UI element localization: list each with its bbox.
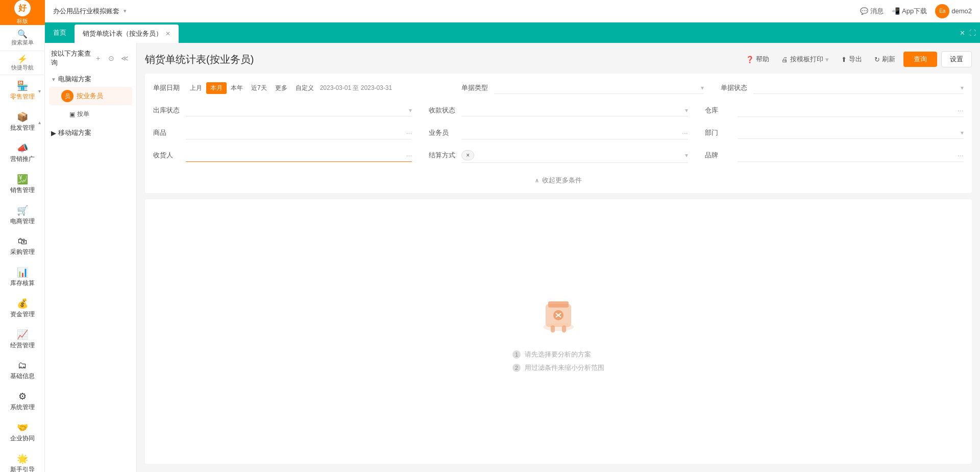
collapse-label: 收起更多条件 — [542, 176, 582, 185]
user-area[interactable]: Ea demo2 — [935, 4, 972, 18]
out-status-label: 出库状态 — [153, 106, 182, 115]
tab-sales-stats-label: 销货单统计表（按业务员） — [83, 29, 162, 38]
warehouse-input[interactable]: ··· — [738, 104, 964, 117]
sidebar-item-ecommerce[interactable]: 🛒 电商管理 — [0, 200, 45, 231]
receiver-text-input[interactable] — [186, 151, 406, 159]
sidebar-quicknav[interactable]: ⚡ 快捷导航 — [0, 51, 45, 75]
date-btn-thismonth[interactable]: 本月 — [206, 82, 227, 94]
query-btn[interactable]: 查询 — [903, 52, 937, 67]
settings-btn[interactable]: 设置 — [941, 51, 972, 67]
maximize-icon[interactable]: ⛶ — [969, 29, 976, 37]
sidebar-item-ecommerce-label: 电商管理 — [10, 217, 35, 226]
tab-sales-stats[interactable]: 销货单统计表（按业务员） ✕ — [75, 25, 179, 43]
help-icon: ❓ — [746, 56, 754, 63]
sidebar-item-basic[interactable]: 🗂 基础信息 — [0, 355, 45, 386]
sidebar-item-newbie[interactable]: 🌟 新手引导 — [0, 448, 45, 472]
message-btn[interactable]: 💬 消息 — [860, 7, 884, 16]
tab-maximize-area: ✕ ⛶ — [960, 29, 976, 37]
print-btn[interactable]: 🖨 按模板打印 ▾ — [777, 53, 833, 66]
filter-goods: 商品 ··· — [153, 127, 412, 139]
page-title-text: 销货单统计表(按业务员) — [145, 53, 254, 66]
newbie-icon: 🌟 — [17, 453, 28, 464]
sidebar-item-purchase[interactable]: 🛍 采购管理 — [0, 231, 45, 262]
settle-dropdown[interactable]: × ▾ — [461, 148, 688, 163]
basic-icon: 🗂 — [18, 360, 27, 371]
sidebar-item-sales[interactable]: 💹 销售管理 — [0, 169, 45, 200]
goods-input[interactable]: ··· — [186, 127, 412, 139]
page-title-actions: ❓ 帮助 🖨 按模板打印 ▾ ⬆ 导出 ↻ 刷新 — [742, 51, 972, 67]
left-panel-header: 按以下方案查询 + ⊙ ≪ — [45, 49, 136, 72]
warehouse-label: 仓库 — [705, 106, 733, 115]
add-scheme-btn[interactable]: + — [92, 53, 104, 64]
sidebar-item-inventory[interactable]: 📊 库存核算 — [0, 262, 45, 293]
salesperson-input[interactable]: ··· — [461, 127, 688, 139]
chevron-right-icon-2: ▴ — [38, 119, 41, 125]
right-panel: 销货单统计表(按业务员) ❓ 帮助 🖨 按模板打印 ▾ ⬆ 导出 — [137, 43, 980, 472]
filter-settle: 结算方式 × ▾ — [429, 148, 688, 163]
empty-state: 1 请先选择要分析的方案 2 用过滤条件来缩小分析范围 — [145, 199, 972, 464]
page-title-row: 销货单统计表(按业务员) ❓ 帮助 🖨 按模板打印 ▾ ⬆ 导出 — [145, 51, 972, 67]
status-dropdown[interactable]: ▾ — [753, 82, 964, 94]
date-btn-7days[interactable]: 近7天 — [247, 82, 271, 94]
receiver-input[interactable]: ··· — [186, 149, 412, 162]
warehouse-more-icon[interactable]: ··· — [958, 106, 964, 114]
receiver-more-icon[interactable]: ··· — [406, 151, 412, 159]
pc-scheme-group-header[interactable]: ▼ 电脑端方案 — [49, 72, 132, 87]
sidebar-item-finance[interactable]: 💰 资金管理 — [0, 293, 45, 324]
pc-group-arrow: ▼ — [51, 77, 56, 82]
purchase-icon: 🛍 — [18, 236, 27, 247]
out-status-dropdown[interactable]: ▾ — [186, 105, 412, 116]
sidebar-item-wholesale[interactable]: 📦 批发管理 ▴ — [0, 106, 45, 137]
sub-scheme-label: 按单 — [77, 110, 89, 119]
brand-input[interactable]: ··· — [738, 149, 964, 162]
app-download-label: App下载 — [902, 7, 927, 16]
app-download-btn[interactable]: 📲 App下载 — [892, 7, 927, 16]
tab-home[interactable]: 首页 — [45, 22, 75, 43]
collapse-panel-btn[interactable]: ≪ — [119, 53, 130, 64]
sidebar-item-management-label: 经营管理 — [10, 341, 35, 350]
salesperson-label: 业务员 — [429, 128, 457, 137]
date-btn-thisyear[interactable]: 本年 — [227, 82, 247, 94]
type-dropdown[interactable]: ▾ — [494, 82, 704, 94]
topbar-dropdown-icon[interactable]: ▾ — [124, 8, 127, 14]
refresh-btn[interactable]: ↻ 刷新 — [870, 53, 899, 66]
sidebar-item-inventory-label: 库存核算 — [10, 279, 35, 288]
mobile-scheme-group: ▶ 移动端方案 — [45, 123, 136, 140]
sidebar-logo[interactable]: 好 标版 — [0, 0, 45, 25]
mobile-group-arrow: ▶ — [51, 129, 56, 137]
sidebar-item-collab[interactable]: 🤝 企业协同 — [0, 417, 45, 448]
print-label: 按模板打印 — [790, 55, 823, 64]
scheme-item-salesperson-label: 按业务员 — [77, 91, 103, 101]
dept-dropdown[interactable]: ▾ — [738, 127, 964, 139]
date-btn-lastmonth[interactable]: 上月 — [186, 82, 206, 94]
copy-scheme-btn[interactable]: ⊙ — [106, 53, 117, 64]
salesperson-more-icon[interactable]: ··· — [682, 129, 688, 137]
mobile-group-header[interactable]: ▶ 移动端方案 — [49, 125, 132, 140]
sub-scheme-item-order[interactable]: ▣ 按单 — [65, 107, 132, 121]
date-btn-custom[interactable]: 自定义 — [291, 82, 318, 94]
sidebar-search[interactable]: 🔍 搜索菜单 — [0, 25, 45, 51]
scheme-item-salesperson[interactable]: 员 按业务员 — [49, 87, 132, 105]
tabbar: 首页 销货单统计表（按业务员） ✕ ✕ ⛶ — [45, 22, 980, 43]
message-label: 消息 — [870, 7, 884, 16]
close-window-icon[interactable]: ✕ — [960, 29, 965, 37]
sidebar-item-management[interactable]: 📈 经营管理 — [0, 324, 45, 355]
export-icon: ⬆ — [841, 56, 847, 63]
sub-scheme-icon: ▣ — [69, 111, 75, 118]
date-btn-more[interactable]: 更多 — [271, 82, 291, 94]
step-1: 1 请先选择要分析的方案 — [512, 348, 604, 361]
collapse-chevron-up-icon: ∧ — [535, 177, 539, 184]
dept-chevron-down-icon: ▾ — [961, 129, 964, 136]
help-btn[interactable]: ❓ 帮助 — [742, 53, 773, 66]
settle-clear-tag[interactable]: × — [461, 150, 474, 160]
pay-status-dropdown[interactable]: ▾ — [461, 105, 688, 116]
export-btn[interactable]: ⬆ 导出 — [837, 53, 866, 66]
collapse-btn[interactable]: ∧ 收起更多条件 — [529, 174, 588, 187]
tab-close-icon[interactable]: ✕ — [165, 30, 170, 37]
sidebar-item-marketing[interactable]: 📣 营销推广 — [0, 137, 45, 169]
brand-more-icon[interactable]: ··· — [958, 151, 964, 159]
finance-icon: 💰 — [17, 298, 28, 309]
goods-more-icon[interactable]: ··· — [406, 129, 412, 137]
sidebar-item-system[interactable]: ⚙ 系统管理 — [0, 386, 45, 417]
sidebar-item-retail[interactable]: 🏪 零售管理 ▾ — [0, 75, 45, 106]
